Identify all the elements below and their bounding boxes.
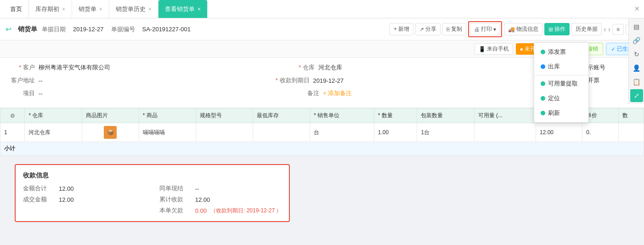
customer-label: 客户 xyxy=(7,63,35,72)
toolbar-right: + 新增 ↗ 分享 ⎘ 复制 🖨 打印 ▾ 🚚 物流信息 ⊞ xyxy=(390,21,638,37)
refresh-label: 刷新 xyxy=(548,109,560,117)
payment-date-label: 收款到期日 xyxy=(276,76,310,85)
new-button[interactable]: + 新增 xyxy=(390,23,413,35)
sidebar-copy-icon[interactable]: 📋 xyxy=(630,75,643,88)
col-image: 商品图片 xyxy=(82,108,139,123)
sidebar-link-icon[interactable]: 🔗 xyxy=(630,34,643,47)
total-label: 金额合计 xyxy=(23,184,55,193)
row-qty: 1.00 xyxy=(374,123,417,142)
effective-icon: ✓ xyxy=(611,46,616,52)
payment-grid: 金额合计 12.00 同单现结 -- 成交金额 12.00 累计收款 12.00 xyxy=(23,184,282,215)
available-qty-icon xyxy=(541,81,545,86)
tab-close-sales-order[interactable]: × xyxy=(99,6,102,12)
phone-icon: 📱 xyxy=(479,46,486,52)
operation-icon: ⊞ xyxy=(548,26,553,33)
col-available: 可用量 (... xyxy=(474,108,536,123)
col-min-stock: 最低库存 xyxy=(253,108,310,123)
history-button[interactable]: 历史单据 xyxy=(571,23,602,35)
row-spec xyxy=(196,123,253,142)
date-value: 2019-12-27 xyxy=(73,26,104,33)
outbound-label: 出库 xyxy=(548,63,560,71)
sidebar-user-icon[interactable]: 👤 xyxy=(630,62,643,74)
row-unit: 台 xyxy=(310,123,374,142)
col-qty: * 数量 xyxy=(374,108,417,123)
tab-close-sales-history[interactable]: × xyxy=(148,6,152,12)
dropdown-item-outbound[interactable]: 出库 xyxy=(534,59,588,74)
tab-home[interactable]: 首页 xyxy=(4,0,29,18)
operation-dropdown: 添发票 出库 可用量提取 定位 刷新 xyxy=(534,42,589,123)
right-sidebar: ▤ 🔗 ↻ 👤 📋 ⤢ xyxy=(628,18,644,104)
grid-view-button[interactable]: ≡ xyxy=(612,24,624,35)
row-pkg-qty: 1台 xyxy=(417,123,474,142)
payment-box: 收款信息 金额合计 12.00 同单现结 -- 成交金额 12.00 累计收款 … xyxy=(15,164,290,222)
address-value: -- xyxy=(39,77,94,84)
add-note-button[interactable]: + 添加备注 xyxy=(323,89,352,97)
row-stock: 12.00 xyxy=(536,123,582,142)
deal-row: 成交金额 12.00 xyxy=(23,195,146,204)
ticket-icon: ● xyxy=(520,46,523,52)
date-label: 单据日期 xyxy=(42,25,66,34)
warehouse-value: 河北仓库 xyxy=(318,63,373,72)
col-amount: 数 xyxy=(618,108,644,123)
sidebar-grid-icon[interactable]: ▤ xyxy=(630,20,643,33)
col-unit: * 销售单位 xyxy=(310,108,374,123)
payment-date-value: 2019-12-27 xyxy=(313,77,368,84)
logistics-button[interactable]: 🚚 物流信息 xyxy=(504,23,542,35)
doc-type-label: 销货单 xyxy=(18,25,37,34)
print-button[interactable]: 🖨 打印 ▾ xyxy=(470,23,500,35)
window-close-icon[interactable]: × xyxy=(634,4,639,14)
accumulated-label: 累计收款 xyxy=(159,195,192,204)
due-value: 0.00 xyxy=(195,207,207,214)
deal-value: 12.00 xyxy=(59,196,74,203)
add-ticket-icon xyxy=(541,50,545,54)
row-warehouse: 河北仓库 xyxy=(25,123,82,142)
dropdown-item-available-qty[interactable]: 可用量提取 xyxy=(534,76,588,91)
col-pkg-qty: 包装数量 xyxy=(417,108,474,123)
tab-sales-order[interactable]: 销货单 × xyxy=(72,0,109,18)
dropdown-item-refresh[interactable]: 刷新 xyxy=(534,106,588,120)
dropdown-item-locate[interactable]: 定位 xyxy=(534,91,588,106)
logistics-icon: 🚚 xyxy=(508,26,515,33)
total-value: 12.00 xyxy=(59,185,74,192)
dropdown-divider xyxy=(534,75,588,75)
refresh-icon xyxy=(541,111,545,115)
dropdown-item-add-ticket[interactable]: 添发票 xyxy=(534,45,588,59)
col-product: * 商品 xyxy=(139,108,196,123)
nav-prev-icon[interactable]: ‹ xyxy=(604,25,606,34)
col-gear: ⚙ xyxy=(0,108,25,123)
print-icon: 🖨 xyxy=(474,26,480,33)
project-label: 项目 xyxy=(7,89,35,97)
row-image: 📦 xyxy=(82,123,139,142)
tab-close-inventory-init[interactable]: × xyxy=(62,6,65,12)
from-phone-button[interactable]: 📱 来自手机 xyxy=(475,43,513,55)
tab-close-view-sales-order[interactable]: × xyxy=(198,6,201,12)
same-order-label: 同单现结 xyxy=(159,184,192,193)
col-warehouse: * 仓库 xyxy=(25,108,82,123)
project-value: -- xyxy=(39,90,94,97)
print-button-highlight: 🖨 打印 ▾ xyxy=(468,21,502,37)
deal-label: 成交金额 xyxy=(23,195,55,204)
tab-view-sales-order[interactable]: 查看销货单 × xyxy=(158,0,208,18)
tab-bar: 首页 库存期初 × 销货单 × 销货单历史 × 查看销货单 × × xyxy=(0,0,644,18)
nav-next-icon[interactable]: › xyxy=(608,25,610,34)
warehouse-label: 仓库 xyxy=(287,63,315,72)
due-note: （收款到期日: 2019-12-27 ） xyxy=(210,207,282,215)
row-price: 0. xyxy=(582,123,618,142)
sidebar-refresh-icon[interactable]: ↻ xyxy=(630,48,643,61)
operation-button[interactable]: ⊞ 操作 xyxy=(544,23,570,35)
print-dropdown-icon: ▾ xyxy=(493,26,496,33)
customer-value: 柳州粤港平安气体有限公司 xyxy=(39,63,110,72)
tab-inventory-init[interactable]: 库存期初 × xyxy=(29,0,72,18)
same-order-row: 同单现结 -- xyxy=(159,184,282,193)
outbound-icon xyxy=(541,64,545,69)
tab-sales-history[interactable]: 销货单历史 × xyxy=(109,0,158,18)
due-row: 本单欠款 0.00 （收款到期日: 2019-12-27 ） xyxy=(159,206,282,215)
address-label: 客户地址 xyxy=(7,76,35,85)
due-label: 本单欠款 xyxy=(159,206,192,215)
copy-icon: ⎘ xyxy=(446,26,450,33)
sidebar-expand-icon[interactable]: ⤢ xyxy=(630,89,643,102)
row-num: 1 xyxy=(0,123,25,142)
share-button[interactable]: ↗ 分享 xyxy=(415,23,441,35)
copy-button[interactable]: ⎘ 复制 xyxy=(442,23,466,35)
row-amount xyxy=(618,123,644,142)
